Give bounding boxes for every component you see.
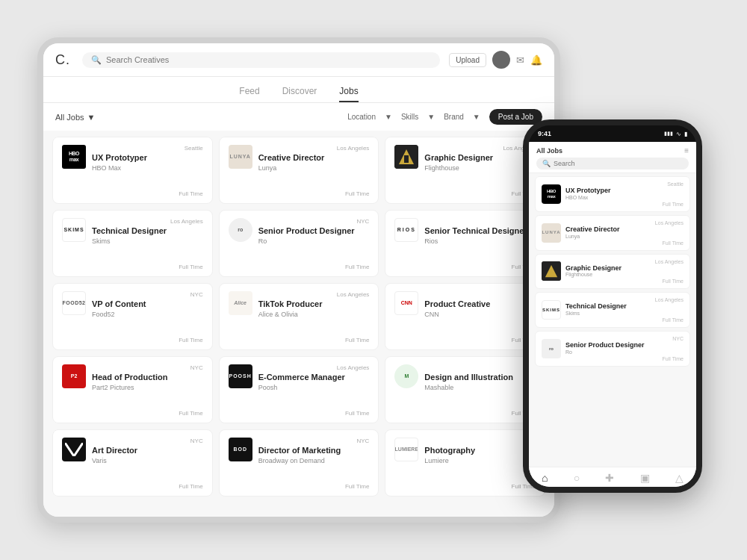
job-location: NYC [424,438,536,444]
phone-plus-icon[interactable]: ✚ [605,472,614,484]
upload-button[interactable]: Upload [449,53,486,67]
job-logo: M [394,364,418,388]
job-title: Director of Marketing [258,446,370,455]
brand-filter[interactable]: Brand [444,113,464,121]
tab-jobs[interactable]: Jobs [339,83,358,102]
job-card[interactable]: NYC Art Director Varis Full Time [52,429,213,497]
phone-profile-icon[interactable]: △ [675,472,684,484]
phone-home-icon[interactable]: ⌂ [542,472,548,484]
search-input[interactable] [106,55,431,64]
job-location: NYC [424,218,536,225]
job-card[interactable]: BOD NYC Director of Marketing Broadway o… [219,429,379,497]
job-logo: LUNYA [229,145,252,169]
phone-job-title: Senior Product Designer [565,341,684,349]
job-info: NYC Product Creative CNN [424,291,536,318]
job-type: Full Time [179,337,202,343]
job-card[interactable]: M NYC Design and Illustration Mashable F… [385,356,545,423]
job-info: NYC VP of Content Food52 [92,291,203,318]
job-location: NYC [92,364,203,371]
job-card-bottom: Full Time [229,483,370,490]
job-card[interactable]: FOOD52 NYC VP of Content Food52 Full Tim… [52,283,213,350]
job-info: NYC Design and Illustration Mashable [424,364,536,391]
skills-filter[interactable]: Skills [401,113,418,121]
job-info: NYC Senior Technical Designer Rios [424,218,536,245]
bell-icon[interactable]: 🔔 [530,55,542,66]
phone-grid-icon[interactable]: ▣ [640,472,650,484]
job-logo: HBOmax [62,145,86,169]
job-type: Full Time [179,264,202,270]
job-type: Full Time [179,483,202,490]
phone-job-type: Full Time [565,202,684,207]
job-card[interactable]: LUNYA Los Angeles Creative Director Luny… [219,137,379,204]
phone-job-location: NYC [565,336,684,341]
tab-feed[interactable]: Feed [239,83,259,102]
phone: 9:41 ▮▮▮ ∿ ▮ All Jobs ≡ 🔍 HBOmax [523,119,702,493]
job-location: NYC [424,364,536,371]
job-location: Seattle [92,145,203,152]
job-card[interactable]: RIOS NYC Senior Technical Designer Rios … [385,210,545,277]
tablet: C. 🔍 Upload ✉ 🔔 Feed Discover Jobs All J… [37,37,560,523]
phone-job-logo [542,261,561,281]
phone-search-bar[interactable]: 🔍 [536,158,689,169]
job-card[interactable]: HBOmax Seattle UX Prototyper HBO Max Ful… [52,137,213,204]
job-type: Full Time [345,337,369,343]
job-card[interactable]: P2 NYC Head of Production Part2 Pictures… [52,356,213,423]
job-logo: LUMIERE [394,438,418,461]
job-location: NYC [92,438,203,444]
filter-row: All Jobs ▼ Location ▼ Skills ▼ Brand ▼ P… [43,103,554,131]
job-card[interactable]: ro NYC Senior Product Designer Ro Full T… [219,210,379,277]
phone-job-type: Full Time [565,279,684,284]
phone-job-location: Seattle [565,181,684,187]
job-card-top: LUMIERE NYC Photography Lumiere [394,438,536,464]
filter-options: Location ▼ Skills ▼ Brand ▼ Post a Job [347,109,542,125]
job-card[interactable]: Los Angeles Graphic Designer Flighthouse… [385,137,545,204]
job-card[interactable]: CNN NYC Product Creative CNN Full Time [385,283,545,350]
job-card[interactable]: Alice Los Angeles TikTok Producer Alice … [219,283,379,350]
phone-filter-icon[interactable]: ≡ [684,146,689,155]
job-card-bottom: Full Time [394,190,536,197]
phone-job-item[interactable]: HBOmax Seattle UX Prototyper HBO Max Ful… [535,176,690,212]
job-card[interactable]: LUMIERE NYC Photography Lumiere Full Tim… [385,429,545,497]
job-card[interactable]: POOSH Los Angeles E-Commerce Manager Poo… [219,356,379,423]
phone-job-logo: HBOmax [542,184,561,204]
battery-icon: ▮ [684,131,687,137]
phone-job-logo: ro [542,339,561,358]
job-title: Art Director [92,446,203,455]
job-location: NYC [258,438,370,444]
jobs-grid: HBOmax Seattle UX Prototyper HBO Max Ful… [43,131,554,517]
job-card-bottom: Full Time [394,337,536,343]
location-filter[interactable]: Location [347,113,376,121]
job-info: Los Angeles TikTok Producer Alice & Oliv… [258,291,370,318]
phone-job-location: Los Angeles [565,297,684,302]
phone-job-item[interactable]: LUNYA Los Angeles Creative Director Luny… [535,215,690,251]
job-title: Product Creative [424,299,536,309]
phone-job-info: Los Angeles Creative Director Lunya Full… [565,220,684,246]
job-card-top: LUNYA Los Angeles Creative Director Luny… [229,145,370,172]
avatar[interactable] [492,51,510,69]
job-company: Lunya [258,164,370,172]
phone-job-item[interactable]: Los Angeles Graphic Designer Flighthouse… [535,254,690,290]
phone-header: All Jobs ≡ 🔍 [529,142,696,173]
phone-search-input[interactable] [554,160,683,167]
phone-notch: 9:41 ▮▮▮ ∿ ▮ [529,125,696,142]
job-title: Graphic Designer [424,153,536,163]
tab-discover[interactable]: Discover [282,83,317,102]
phone-job-item[interactable]: ro NYC Senior Product Designer Ro Full T… [535,331,690,367]
phone-bottom-nav: ⌂ ○ ✚ ▣ △ [529,467,696,487]
phone-job-item[interactable]: SKIMS Los Angeles Technical Designer Ski… [535,292,690,328]
phone-search-nav-icon[interactable]: ○ [574,472,580,484]
phone-all-jobs-label[interactable]: All Jobs [536,147,562,155]
search-icon: 🔍 [91,55,102,65]
all-jobs-label: All Jobs [55,113,84,122]
job-title: Photography [424,446,536,455]
job-card[interactable]: SKIMS Los Angeles Technical Designer Ski… [52,210,213,277]
job-company: Skims [92,237,203,245]
job-info: Los Angeles E-Commerce Manager Poosh [258,364,370,391]
all-jobs-filter[interactable]: All Jobs ▼ [55,113,95,122]
job-card-bottom: Full Time [229,337,370,343]
job-company: Alice & Olivia [258,311,370,318]
job-location: NYC [92,291,203,298]
search-bar[interactable]: 🔍 [82,52,440,68]
post-job-button[interactable]: Post a Job [489,109,542,125]
mail-icon[interactable]: ✉ [516,55,524,66]
